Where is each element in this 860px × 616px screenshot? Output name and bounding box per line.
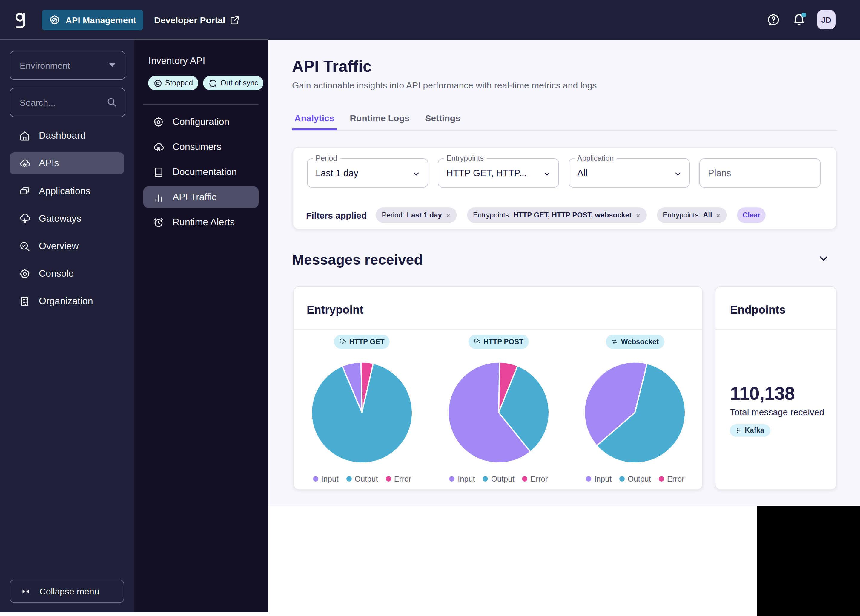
collapse-section-icon[interactable] [819, 255, 828, 262]
search-input[interactable]: Search... [9, 88, 126, 117]
divider [143, 104, 258, 104]
endpoints-card-title: Endpoints [730, 303, 786, 316]
close-icon[interactable] [446, 212, 451, 218]
cloud-upload-icon [474, 338, 480, 345]
filter-chip-entrypoints[interactable]: Entrypoints: HTTP GET, HTTP POST, websoc… [467, 207, 647, 223]
alarm-clock-icon [153, 217, 164, 228]
total-messages-label: Total message received [730, 407, 824, 417]
filters-card: Period Last 1 day Entrypoints HTTP GET, … [293, 147, 837, 229]
sidebar-item-gateways[interactable]: Gateways [9, 207, 124, 230]
gravitee-logo[interactable] [15, 12, 26, 29]
developer-portal-link[interactable]: Developer Portal [154, 0, 240, 40]
avatar[interactable]: JD [817, 10, 835, 29]
gear-icon [153, 116, 164, 127]
kafka-badge: Kafka [730, 424, 770, 437]
application-select[interactable]: Application All [568, 158, 689, 188]
book-icon [153, 167, 164, 178]
caret-down-icon [109, 63, 115, 67]
api-nav-api-traffic[interactable]: API Traffic [143, 186, 258, 208]
search-check-icon [19, 240, 30, 252]
applied-filters-row: Filters applied Period: Last 1 day Entry… [306, 207, 766, 223]
gear-icon [49, 14, 60, 26]
kafka-icon [736, 427, 741, 433]
sync-icon [209, 79, 217, 88]
chevron-down-icon [674, 170, 681, 178]
environment-select[interactable]: Environment [9, 50, 126, 80]
notification-badge [802, 13, 806, 17]
api-nav: Configuration Consumers [143, 111, 258, 237]
cloud-person-icon [153, 141, 164, 152]
home-icon [19, 130, 30, 141]
sidebar-item-overview[interactable]: Overview [9, 235, 124, 258]
notifications-bell-icon[interactable] [793, 13, 806, 26]
pie-column-http-post: HTTP POST Input Output Error [430, 329, 567, 490]
filter-chip-period[interactable]: Period: Last 1 day [376, 207, 457, 223]
pie-chart-http-get [311, 361, 414, 464]
section-title: Messages received [292, 251, 423, 268]
api-management-label: API Management [66, 15, 136, 25]
entrypoints-select[interactable]: Entrypoints HTTP GET, HTTP... [438, 158, 559, 188]
api-nav-documentation[interactable]: Documentation [143, 161, 258, 183]
building-icon [19, 296, 30, 307]
endpoints-card: Endpoints 110,138 Total message received… [714, 286, 837, 490]
tab-bar: Analytics Runtime Logs Settings [292, 113, 837, 131]
external-link-icon [230, 15, 240, 25]
tab-settings[interactable]: Settings [422, 113, 463, 130]
help-icon[interactable] [767, 13, 780, 26]
main-sidebar: Environment Search... Dashboard [0, 40, 134, 612]
tab-analytics[interactable]: Analytics [292, 113, 337, 130]
api-nav-runtime-alerts[interactable]: Runtime Alerts [143, 212, 258, 233]
plans-field[interactable]: Plans [699, 158, 820, 188]
api-nav-configuration[interactable]: Configuration [143, 111, 258, 133]
sidebar-item-organization[interactable]: Organization [9, 290, 124, 313]
filters-applied-label: Filters applied [306, 210, 367, 220]
filter-chip-entrypoints-all[interactable]: Entrypoints: All [657, 207, 727, 223]
api-name: Inventory API [148, 55, 205, 66]
cloud-gear-icon [19, 158, 30, 169]
entrypoint-card-title: Entrypoint [307, 303, 363, 316]
clear-filters-button[interactable]: Clear [737, 207, 766, 223]
sidebar-item-console[interactable]: Console [9, 262, 124, 285]
topbar: API Management Developer Portal [0, 0, 860, 40]
pie-chart-http-post [447, 361, 550, 464]
page-subtitle: Gain actionable insights into API perfor… [292, 79, 597, 91]
period-select[interactable]: Period Last 1 day [307, 158, 428, 188]
main-nav: Dashboard APIs [9, 124, 124, 318]
cloud-download-icon [339, 338, 346, 345]
page-title: API Traffic [292, 56, 372, 77]
status-badge-stopped: Stopped [148, 76, 198, 90]
tab-runtime-logs[interactable]: Runtime Logs [347, 113, 412, 130]
pie-legend: Input Output Error [294, 475, 430, 483]
pie-legend: Input Output Error [430, 475, 567, 483]
settings-gear-icon [19, 268, 30, 279]
http-get-badge: HTTP GET [334, 335, 390, 349]
sidebar-item-apis[interactable]: APIs [9, 152, 124, 174]
pie-column-http-get: HTTP GET Input Output Error [294, 329, 430, 490]
close-icon[interactable] [716, 212, 721, 218]
close-icon[interactable] [635, 212, 640, 218]
divider [715, 329, 836, 330]
applications-icon [19, 185, 30, 196]
api-management-app: API Management Developer Portal [0, 0, 860, 616]
pie-column-websocket: Websocket Input Output Error [567, 329, 703, 490]
total-messages-value: 110,138 [730, 383, 795, 404]
entrypoint-card: Entrypoint HTTP GET Input Output [293, 286, 703, 490]
sidebar-item-applications[interactable]: Applications [9, 180, 124, 202]
pie-chart-websocket [584, 361, 687, 464]
cloud-gateway-icon [19, 213, 30, 224]
bar-chart-icon [153, 192, 164, 203]
chevron-down-icon [543, 170, 550, 178]
sidebar-item-dashboard[interactable]: Dashboard [9, 124, 124, 147]
chevron-down-icon [413, 170, 419, 178]
api-nav-consumers[interactable]: Consumers [143, 136, 258, 158]
main-content: API Traffic Gain actionable insights int… [268, 40, 860, 616]
search-icon [106, 97, 117, 108]
collapse-menu-button[interactable]: Collapse menu [9, 580, 124, 603]
collapse-icon [22, 587, 30, 596]
api-management-button[interactable]: API Management [42, 9, 143, 30]
websocket-icon [612, 338, 618, 345]
api-sidebar: Inventory API Stopped Out of sync [134, 40, 268, 612]
stop-circle-icon [153, 79, 162, 88]
websocket-badge: Websocket [606, 335, 664, 349]
status-badge-out-of-sync: Out of sync [203, 76, 264, 90]
